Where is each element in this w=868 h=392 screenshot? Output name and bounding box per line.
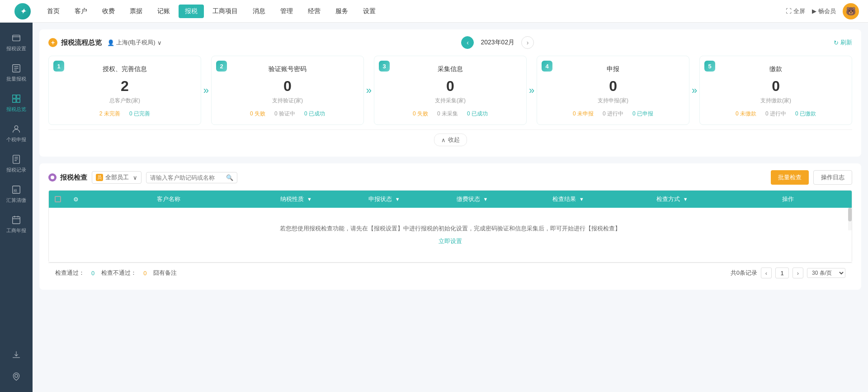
batch-check-btn[interactable]: 批量检查 — [771, 170, 809, 185]
refresh-label: 刷新 — [840, 38, 852, 47]
step-5-stat-success[interactable]: 0 已缴款 — [795, 110, 816, 118]
th-gear[interactable]: ⚙ — [67, 191, 85, 208]
nav-right: ⛶ 全屏 ▶ 畅会员 🐻 — [786, 3, 859, 19]
nav-management[interactable]: 管理 — [274, 5, 299, 18]
sidebar-item-tax-overview[interactable]: 报税总览 — [0, 88, 33, 118]
th-checkbox[interactable] — [49, 191, 67, 208]
step-5-stat-failed[interactable]: 0 未缴款 — [736, 110, 756, 118]
sidebar-item-annual-report[interactable]: 工商年报 — [0, 209, 33, 239]
step-2-stat-processing[interactable]: 0 验证中 — [274, 110, 295, 118]
step-4-stat-success[interactable]: 0 已申报 — [632, 110, 653, 118]
th-pay-status[interactable]: 缴费状态 ▼ — [428, 191, 516, 208]
step-1-stat-failed[interactable]: 2 未完善 — [99, 110, 120, 118]
th-declare-status[interactable]: 申报状态 ▼ — [340, 191, 428, 208]
svg-point-6 — [14, 126, 18, 129]
step-2-card: 2 验证账号密码 0 支持验证(家) 0 失败 0 验证中 0 已成功 — [211, 56, 364, 125]
passed-value[interactable]: 0 — [91, 270, 94, 277]
step-5-card: 5 缴款 0 支持缴款(家) 0 未缴款 0 进行中 0 已缴款 — [699, 56, 852, 125]
nav-service[interactable]: 服务 — [329, 5, 354, 18]
sidebar-item-tax-record[interactable]: 报税记录 — [0, 148, 33, 179]
sidebar-item-batch-tax[interactable]: 批量报税 — [0, 57, 33, 88]
sidebar: 报税设置 批量报税 报税总览 个税申报 报税记录 — [0, 23, 33, 392]
purple-circle-icon — [48, 173, 57, 182]
collapse-btn[interactable]: ∧ 收起 — [434, 134, 467, 146]
nav-settings[interactable]: 设置 — [357, 5, 382, 18]
select-all-checkbox[interactable] — [55, 196, 61, 202]
nav-bookkeeping[interactable]: 记账 — [151, 5, 176, 18]
th-check-result[interactable]: 检查结果 ▼ — [516, 191, 620, 208]
step-5-number: 5 — [704, 61, 715, 72]
user-avatar[interactable]: 🐻 — [843, 3, 859, 19]
step-4-card: 4 申报 0 支持申报(家) 0 未申报 0 进行中 0 已申报 — [537, 56, 689, 125]
member-btn[interactable]: ▶ 畅会员 — [812, 7, 836, 15]
failed-value[interactable]: 0 — [143, 270, 146, 277]
sidebar-item-tax-settings[interactable]: 报税设置 — [0, 27, 33, 57]
step-1-stats: 2 未完善 0 已完善 — [56, 110, 194, 118]
step-3-stat-processing[interactable]: 0 未采集 — [437, 110, 458, 118]
sidebar-label-batch-tax: 批量报税 — [6, 76, 26, 82]
nav-operation[interactable]: 经营 — [302, 5, 327, 18]
step-3-stat-success[interactable]: 0 已成功 — [467, 110, 488, 118]
customer-search-box[interactable]: 🔍 — [146, 172, 237, 183]
step-3-stat-failed[interactable]: 0 失败 — [413, 110, 428, 118]
pagination: 共0条记录 ‹ › 30 条/页 50 条/页 100 条/页 — [731, 268, 845, 278]
sidebar-location[interactable] — [0, 366, 33, 387]
step-2-stats: 0 失败 0 验证中 0 已成功 — [218, 110, 357, 118]
prev-month-btn[interactable]: ‹ — [461, 36, 474, 49]
arrow-1-2: » — [201, 56, 211, 125]
sidebar-item-personal-tax[interactable]: 个税申报 — [0, 118, 33, 148]
location-selector[interactable]: 👤 上海(电子税局) ∨ — [107, 38, 162, 47]
nav-fee[interactable]: 收费 — [96, 5, 121, 18]
fullscreen-btn[interactable]: ⛶ 全屏 — [786, 7, 805, 15]
nav-tax[interactable]: 报税 — [179, 5, 204, 18]
nav-message[interactable]: 消息 — [246, 5, 272, 18]
next-month-btn[interactable]: › — [521, 36, 534, 49]
steps-container: 1 授权、完善信息 2 总客户数(家) 2 未完善 0 已完善 » 2 验证账号… — [48, 56, 852, 125]
filter-icon: ▼ — [579, 196, 584, 202]
step-4-stat-processing[interactable]: 0 进行中 — [603, 110, 623, 118]
operation-log-btn[interactable]: 操作日志 — [813, 170, 852, 185]
per-page-select[interactable]: 30 条/页 50 条/页 100 条/页 — [807, 268, 845, 278]
filter-icon: ▼ — [483, 196, 488, 202]
annual-settlement-icon: 税 — [11, 184, 22, 195]
step-5-title: 缴款 — [707, 65, 845, 73]
step-2-stat-failed[interactable]: 0 失败 — [250, 110, 265, 118]
step-1-stat-success[interactable]: 0 已完善 — [129, 110, 150, 118]
refresh-btn[interactable]: ↻ 刷新 — [834, 38, 852, 47]
th-check-method[interactable]: 检查方式 ▼ — [620, 191, 724, 208]
refresh-icon: ↻ — [834, 39, 839, 46]
filter-icon: ▼ — [683, 196, 688, 202]
process-overview-card: + 报税流程总览 👤 上海(电子税局) ∨ ‹ 2023年02月 › ↻ — [39, 29, 861, 157]
sidebar-label-tax-overview: 报税总览 — [6, 106, 26, 113]
sidebar-item-annual-settlement[interactable]: 税 汇算清缴 — [0, 179, 33, 209]
search-input[interactable] — [150, 174, 226, 181]
nav-invoice[interactable]: 票据 — [123, 5, 149, 18]
step-2-count: 0 — [218, 78, 357, 95]
th-tax-nature[interactable]: 纳税性质 ▼ — [252, 191, 340, 208]
svg-text:税: 税 — [14, 189, 17, 193]
sidebar-download[interactable] — [0, 344, 33, 366]
th-action: 操作 — [724, 191, 852, 208]
step-2-stat-success[interactable]: 0 已成功 — [304, 110, 325, 118]
setup-link[interactable]: 立即设置 — [439, 237, 462, 245]
step-5-subtitle: 支持缴款(家) — [707, 97, 845, 105]
download-icon — [11, 349, 22, 360]
tax-overview-icon — [11, 93, 22, 104]
step-5-stat-processing[interactable]: 0 进行中 — [765, 110, 786, 118]
page-input[interactable] — [775, 268, 789, 278]
prev-page-btn[interactable]: ‹ — [761, 268, 772, 278]
step-4-stat-failed[interactable]: 0 未申报 — [573, 110, 594, 118]
next-page-btn[interactable]: › — [793, 268, 803, 278]
search-icon[interactable]: 🔍 — [226, 174, 233, 181]
scrollbar-thumb[interactable] — [848, 208, 852, 221]
sidebar-label-tax-settings: 报税设置 — [6, 45, 26, 52]
nav-customer[interactable]: 客户 — [68, 5, 94, 18]
staff-icon: 员 — [96, 174, 103, 181]
nav-business[interactable]: 工商项目 — [206, 5, 244, 18]
step-3-stats: 0 失败 0 未采集 0 已成功 — [381, 110, 519, 118]
gear-icon: ⚙ — [73, 196, 79, 203]
table-body-empty: 若您想使用报税检查功能，请先在【报税设置】中进行报税的初始化设置，完成密码验证和… — [49, 208, 852, 262]
staff-filter-dropdown[interactable]: 员 全部员工 ∨ — [92, 171, 142, 184]
nav-home[interactable]: 首页 — [41, 5, 66, 18]
step-2-subtitle: 支持验证(家) — [218, 97, 357, 105]
